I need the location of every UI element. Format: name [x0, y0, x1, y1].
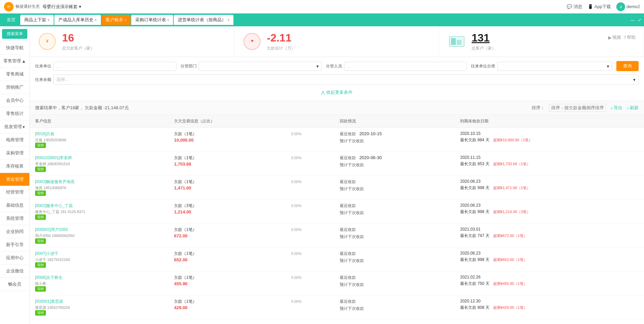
tab-close-icon[interactable]: ×	[167, 18, 169, 22]
help-btn[interactable]: ? 帮助	[624, 34, 636, 40]
filter-manager-label: 分管人员	[326, 63, 342, 69]
collapse-btn[interactable]: ⋀ 收起更多条件	[35, 88, 639, 97]
sidebar-item-enterprise[interactable]: 企业协同	[0, 225, 29, 238]
filter-manager-input[interactable]: ...	[344, 62, 467, 71]
sort-select[interactable]: 排序：按欠款金额倒序排序	[549, 104, 606, 112]
tab-expand-icon[interactable]: ⤢	[638, 18, 641, 23]
video-help-btn[interactable]: ▶ 视频	[608, 34, 621, 40]
tab-purchase-stats[interactable]: 进货单统计表（按商品） ×	[174, 15, 233, 25]
query-button[interactable]: 查询	[616, 61, 639, 71]
sidebar-item-finance[interactable]: 资金管理	[0, 173, 29, 186]
due-date: 2021.02.26	[460, 275, 639, 279]
tab-products-offline[interactable]: 商品上下架 ×	[20, 15, 54, 25]
user-menu[interactable]: d demo2	[616, 2, 640, 11]
overdue-link[interactable]: 超期¥1,703.68（1笔）	[493, 162, 530, 166]
tab-products-history-label: 产成品入库单历史	[58, 17, 93, 23]
chevron-down-icon: ▾	[79, 4, 81, 9]
filter-unit-type-label: 往来单位分类	[471, 63, 495, 69]
sidebar-item-apps[interactable]: 应用中心	[0, 252, 29, 265]
debt-amount[interactable]: 1,471.00	[174, 185, 280, 190]
tab-products-history[interactable]: 产成品入库单历史 ×	[54, 15, 101, 25]
tab-close-icon[interactable]: ×	[95, 18, 97, 22]
sort-label: 排序：	[532, 105, 545, 111]
overdue-link[interactable]: 超期¥10,000.00（1笔）	[493, 138, 532, 142]
message-icon: 💬	[567, 4, 572, 9]
sidebar-item-member-plus[interactable]: 畅会员	[0, 278, 29, 291]
sidebar-item-basic-info[interactable]: 基础信息	[0, 199, 29, 212]
tab-close-icon[interactable]: ×	[124, 18, 127, 22]
sidebar-item-member[interactable]: 会员中心	[0, 94, 29, 107]
overdue-days: 最长欠款 808 天	[460, 305, 489, 310]
result-bar: 搜索结果中，客户16家， 欠款金额 -21,148.07元 排序： 排序：按欠款…	[30, 101, 644, 115]
customer-name[interactable]: [000002]用户2050	[35, 227, 163, 233]
search-menu-btn[interactable]: 搜索菜单	[2, 29, 27, 39]
tab-minimize-icon[interactable]: —	[631, 18, 635, 23]
customer-sub: 服务中心_丁磊 181 0125 8371	[35, 209, 163, 214]
customer-name[interactable]: [0002]服务中心_丁磊	[35, 203, 163, 209]
app-download-btn[interactable]: 📱 App下载	[588, 4, 611, 10]
customer-name[interactable]: [0006]去下粮仓	[35, 275, 163, 281]
filter-unit-type-select[interactable]: ▾	[497, 62, 612, 71]
customer-name[interactable]: [0007]小进千	[35, 251, 163, 257]
col-due-date: 到期未收款日期	[455, 115, 644, 128]
sidebar-item-quick-nav[interactable]: 快捷导航	[0, 41, 29, 55]
debt-amount[interactable]: 652.00	[174, 257, 280, 262]
debt-percent: 0.00%	[291, 132, 329, 136]
filter-from-unit: 往来单位 ...	[35, 62, 176, 71]
debt-amount[interactable]: 429.00	[174, 305, 280, 310]
sidebar-item-purchase[interactable]: 采购管理	[0, 147, 29, 160]
debt-percent-cell: 0.00%	[286, 271, 334, 295]
store-select[interactable]: 母婴行业演示账套 ▾	[43, 4, 81, 10]
avatar: d	[616, 2, 625, 11]
export-btn[interactable]: ○ 导出	[610, 105, 622, 111]
tab-close-icon[interactable]: ×	[227, 18, 229, 22]
debt-count: 欠款（1笔）	[174, 131, 280, 137]
filter-from-unit-input[interactable]: ...	[53, 62, 176, 71]
overdue-link[interactable]: 超期¥1,471.00（1笔）	[493, 186, 530, 190]
overdue-link[interactable]: 超期¥652.00（1笔）	[493, 258, 527, 262]
customer-badge: 现销	[35, 214, 46, 220]
refresh-btn[interactable]: ○ 刷新	[626, 105, 639, 111]
table-row: [0006]去下粮仓 陈小希 现销 欠款（1笔） 455.90 0.00% 最近…	[30, 271, 644, 295]
sidebar-item-retail-mall[interactable]: 零售商城	[0, 68, 29, 81]
overdue-link[interactable]: 超期¥429.00（1笔）	[493, 305, 527, 310]
tab-customer-account[interactable]: 客户账本 ×	[102, 15, 131, 25]
debt-amount[interactable]: 1,214.00	[174, 209, 280, 214]
sidebar-item-system[interactable]: 系统管理	[0, 212, 29, 225]
tab-purchase-order[interactable]: 采购订单统计表 ×	[131, 15, 173, 25]
debt-amount[interactable]: 455.90	[174, 281, 280, 286]
tab-home[interactable]: 首页	[3, 15, 20, 25]
customer-name[interactable]: [0003]畅捷服务尹海燕	[35, 179, 163, 185]
table-row: [0003]畅捷服务尹海燕 海燕 18513066976 现销 欠款（1笔） 1…	[30, 176, 644, 200]
debt-amount[interactable]: 672.00	[174, 233, 280, 238]
overdue-link[interactable]: 超期¥672.00（1笔）	[493, 234, 527, 238]
debt-amount[interactable]: 10,000.00	[174, 138, 280, 143]
overdue-link[interactable]: 超期¥1,214.00（3笔）	[493, 210, 530, 214]
due-date: 2020.12.30	[460, 299, 639, 303]
message-btn[interactable]: 💬 消息	[567, 4, 582, 10]
debt-percent: 0.00%	[291, 204, 329, 208]
sidebar-item-warehouse[interactable]: 库存核算	[0, 160, 29, 173]
customer-info-cell: [000002]用户2050 用户2050 18665062050 现销	[30, 224, 169, 247]
sidebar-item-marketing[interactable]: 营销推广	[0, 81, 29, 94]
sidebar-item-operations[interactable]: 经营管理	[0, 186, 29, 199]
customer-name[interactable]: [0001020001]李老师	[35, 155, 163, 161]
overdue-link[interactable]: 超期¥455.90（1笔）	[493, 282, 527, 286]
sidebar-item-guide[interactable]: 新手引导	[0, 238, 29, 252]
tab-purchase-stats-label: 进货单统计表（按商品）	[178, 17, 226, 23]
sidebar-item-batch-mgmt[interactable]: 批发管理 ▾	[0, 120, 29, 134]
logo-icon: 好	[4, 2, 13, 11]
sidebar-item-retail-stats[interactable]: 零售统计	[0, 107, 29, 120]
sidebar-item-retail-mgmt[interactable]: 零售管理 ▲	[0, 55, 29, 68]
svg-text:¥: ¥	[46, 38, 49, 43]
customer-name[interactable]: [0016]吕俊	[35, 131, 163, 137]
debt-amount[interactable]: 1,703.68	[174, 161, 280, 167]
sidebar-item-ecommerce[interactable]: 电商管理	[0, 134, 29, 147]
tab-close-icon[interactable]: ×	[48, 18, 50, 22]
customer-name[interactable]: [000001]黄思源	[35, 299, 163, 304]
filter-balance-select[interactable]: 选择... ▾	[53, 75, 639, 85]
stat-card-debt-total: ✦ -2.11 欠款合计（万）	[234, 26, 439, 57]
filter-dept-select[interactable]: ▾	[199, 62, 322, 71]
filter-row-1: 往来单位 ... 分管部门 ▾ 分管人员 ...	[35, 61, 639, 71]
sidebar-item-wechat[interactable]: 企业微信	[0, 265, 29, 278]
